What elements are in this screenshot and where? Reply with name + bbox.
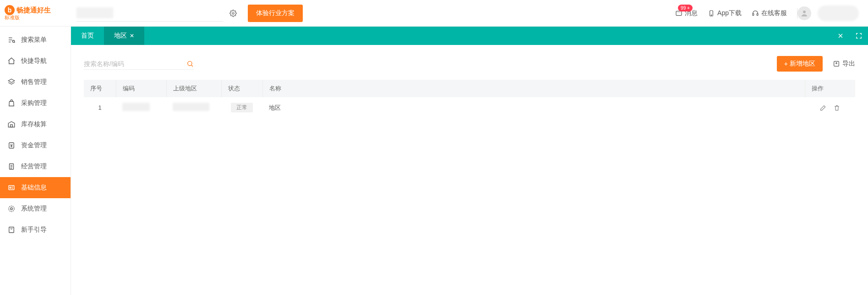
brand-name: 畅捷通好生 <box>16 6 51 15</box>
sidebar-item-system[interactable]: 系统管理 <box>0 198 71 219</box>
tabbar: 首页 地区 ✕ <box>71 27 868 45</box>
cell-ops <box>805 97 855 118</box>
search-input[interactable] <box>84 60 186 67</box>
avatar-icon[interactable] <box>797 6 811 20</box>
sidebar-item-label: 新手引导 <box>21 226 47 234</box>
delete-icon[interactable] <box>833 104 841 111</box>
col-seq: 序号 <box>84 80 116 97</box>
sidebar-item-label: 资金管理 <box>21 141 47 150</box>
redacted-value <box>122 103 150 111</box>
brand-logo-icon: b <box>5 5 15 15</box>
sidebar-item-inventory[interactable]: 库存核算 <box>0 114 71 135</box>
messages-badge: 99 + <box>678 5 693 11</box>
guide-icon <box>7 226 16 234</box>
tab-region[interactable]: 地区 ✕ <box>104 27 144 45</box>
warehouse-icon <box>7 120 16 128</box>
tab-label: 首页 <box>81 32 94 40</box>
sidebar-item-sales[interactable]: 销售管理 <box>0 72 71 93</box>
sidebar-item-search-menu[interactable]: 搜索菜单 <box>0 29 71 50</box>
svg-line-11 <box>14 42 15 43</box>
export-label: 导出 <box>842 60 855 68</box>
brand-edition: 标准版 <box>5 14 71 21</box>
money-icon <box>7 141 16 150</box>
sidebar-item-label: 采购管理 <box>21 99 47 107</box>
region-table: 序号 编码 上级地区 状态 名称 操作 1 正常 <box>84 80 855 118</box>
settings-icon[interactable] <box>229 10 237 17</box>
company-name-redacted <box>76 7 113 18</box>
svg-point-19 <box>10 187 11 189</box>
sidebar-item-basic-info[interactable]: 基础信息 <box>0 177 71 198</box>
cell-seq: 1 <box>84 97 116 118</box>
svg-rect-1 <box>676 11 682 15</box>
export-button[interactable]: 导出 <box>833 60 855 68</box>
redacted-value <box>173 103 209 111</box>
mobile-icon <box>708 10 715 17</box>
toolbar: + 新增地区 导出 <box>84 56 855 72</box>
sidebar-item-label: 搜索菜单 <box>21 36 47 44</box>
col-status: 状态 <box>221 80 262 97</box>
bag-icon <box>7 99 16 107</box>
svg-point-22 <box>9 206 14 212</box>
svg-rect-24 <box>9 227 14 233</box>
card-icon <box>7 184 16 192</box>
user-name-redacted <box>818 6 859 21</box>
tab-label: 地区 <box>114 32 127 40</box>
svg-rect-4 <box>753 13 754 15</box>
search-wrap <box>84 58 194 70</box>
export-icon <box>833 60 840 67</box>
cell-status: 正常 <box>221 97 262 118</box>
svg-rect-5 <box>757 13 758 15</box>
sidebar-item-label: 库存核算 <box>21 120 47 128</box>
experience-button[interactable]: 体验行业方案 <box>248 5 303 22</box>
cell-code <box>116 97 166 118</box>
svg-line-28 <box>191 65 193 67</box>
add-region-button[interactable]: + 新增地区 <box>777 56 823 72</box>
sidebar-item-label: 基础信息 <box>21 184 47 192</box>
add-region-label: 新增地区 <box>790 60 815 68</box>
col-code: 编码 <box>116 80 166 97</box>
edit-icon[interactable] <box>819 104 827 111</box>
online-service-link[interactable]: 在线客服 <box>752 9 787 17</box>
gear-dashed-icon <box>7 205 16 213</box>
sidebar-item-operation[interactable]: 经营管理 <box>0 156 71 177</box>
plus-icon: + <box>784 60 788 67</box>
svg-point-6 <box>803 11 806 13</box>
search-icon[interactable] <box>186 60 194 67</box>
page-region: + 新增地区 导出 序号 编码 上 <box>71 45 868 129</box>
online-service-label: 在线客服 <box>761 9 787 17</box>
status-tag: 正常 <box>231 103 253 112</box>
svg-point-27 <box>188 61 192 65</box>
headset-icon <box>752 10 759 17</box>
sidebar-item-finance[interactable]: 资金管理 <box>0 135 71 156</box>
cell-parent <box>166 97 221 118</box>
sidebar-item-label: 销售管理 <box>21 78 47 86</box>
topbar: b 畅捷通好生 标准版 体验行业方案 99 + 消息 <box>0 0 868 27</box>
sidebar-item-label: 快捷导航 <box>21 57 47 65</box>
sidebar-item-guide[interactable]: 新手引导 <box>0 219 71 240</box>
col-ops: 操作 <box>805 80 855 97</box>
messages-link[interactable]: 99 + 消息 <box>675 9 698 17</box>
app-download-link[interactable]: App下载 <box>708 9 742 17</box>
sidebar-item-quick-nav[interactable]: 快捷导航 <box>0 50 71 72</box>
sidebar-item-label: 系统管理 <box>21 205 47 213</box>
sidebar-item-label: 经营管理 <box>21 162 47 171</box>
close-all-tabs-button[interactable] <box>831 27 850 45</box>
svg-point-0 <box>232 12 234 14</box>
fullscreen-button[interactable] <box>850 27 868 45</box>
clipboard-icon <box>7 162 16 171</box>
sidebar: 搜索菜单 快捷导航 销售管理 采购管理 库存核算 资金管理 <box>0 27 71 295</box>
close-icon[interactable]: ✕ <box>130 33 134 39</box>
app-download-label: App下载 <box>717 9 742 17</box>
home-icon <box>7 57 16 65</box>
table-row: 1 正常 地区 <box>84 97 855 118</box>
svg-rect-12 <box>11 125 13 127</box>
cell-name: 地区 <box>262 97 805 118</box>
svg-point-23 <box>11 208 13 210</box>
svg-point-3 <box>711 15 711 15</box>
company-selector[interactable] <box>76 5 223 22</box>
sidebar-item-purchase[interactable]: 采购管理 <box>0 93 71 114</box>
search-list-icon <box>7 36 16 44</box>
tab-home[interactable]: 首页 <box>71 27 104 45</box>
svg-point-10 <box>12 40 15 43</box>
col-parent: 上级地区 <box>166 80 221 97</box>
